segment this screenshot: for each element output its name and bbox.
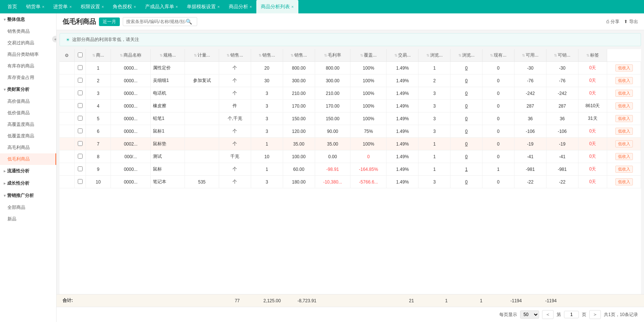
row-views1[interactable]: 0 xyxy=(451,150,483,163)
col-views2[interactable]: ⇅浏览... xyxy=(451,49,483,62)
nav-close-purchase[interactable]: × xyxy=(69,4,71,9)
row-name[interactable]: 吴细细1 xyxy=(151,74,185,87)
col-available[interactable]: ⇅可用... xyxy=(514,49,546,62)
row-select-checkbox[interactable] xyxy=(78,179,83,184)
next-page-button[interactable]: ＞ xyxy=(589,310,601,319)
col-sellable[interactable]: ⇅可销... xyxy=(546,49,578,62)
col-current-stock[interactable]: ⇅现有... xyxy=(483,49,515,62)
sidebar-item-low-margin[interactable]: 低毛利商品 xyxy=(0,153,56,165)
sidebar-group-overall[interactable]: ▾ 整体信息 xyxy=(0,13,56,26)
col-name[interactable]: ⇅商品名称 xyxy=(111,49,151,62)
row-checkbox[interactable] xyxy=(74,138,86,150)
row-views1[interactable]: 1 xyxy=(451,163,483,176)
row-select-checkbox[interactable] xyxy=(78,166,83,171)
nav-permissions[interactable]: 权限设置 × xyxy=(76,0,108,13)
sidebar-item-stock-capital[interactable]: 库存资金占用 xyxy=(0,72,56,83)
nav-close-analysis-list[interactable]: × xyxy=(291,4,294,9)
sidebar-group-marketing[interactable]: ▾ 营销推广分析 xyxy=(0,189,56,202)
row-select-checkbox[interactable] xyxy=(78,90,83,95)
row-checkbox[interactable] xyxy=(74,112,86,125)
col-settings[interactable]: ⚙ xyxy=(60,49,74,62)
search-box[interactable]: 🔍 xyxy=(123,17,197,26)
row-name[interactable]: 测试 xyxy=(151,150,185,163)
col-trade-count[interactable]: ⇅交易... xyxy=(387,49,419,62)
col-sales-qty[interactable]: ⇅销售... xyxy=(219,49,251,62)
sidebar-group-wealth[interactable]: ▾ 类财富分析 xyxy=(0,83,56,96)
sidebar-collapse-btn[interactable]: « xyxy=(52,36,57,42)
col-views1[interactable]: ⇅浏览... xyxy=(419,49,451,62)
nav-goods-analysis[interactable]: 商品分析 × xyxy=(224,0,256,13)
sidebar-item-high-coverage[interactable]: 高覆盖度商品 xyxy=(0,119,56,130)
row-views1[interactable]: 0 xyxy=(451,112,483,125)
nav-close-permissions[interactable]: × xyxy=(102,4,104,9)
row-name[interactable]: 鼠标1 xyxy=(151,125,185,138)
page-number-input[interactable] xyxy=(564,311,579,318)
row-checkbox[interactable] xyxy=(74,163,86,176)
sidebar-item-stocked-goods[interactable]: 有库存的商品 xyxy=(0,60,56,72)
nav-home[interactable]: 首页 xyxy=(3,0,22,13)
sidebar-item-category-rate[interactable]: 商品分类助销率 xyxy=(0,49,56,60)
col-tag[interactable]: ⇅标签 xyxy=(578,49,607,62)
search-icon[interactable]: 🔍 xyxy=(186,19,192,25)
nav-close-template[interactable]: × xyxy=(217,4,220,9)
col-sales-profit[interactable]: ⇅销售... xyxy=(283,49,315,62)
row-select-checkbox[interactable] xyxy=(78,78,83,83)
nav-close-sales[interactable]: × xyxy=(42,4,44,9)
row-select-checkbox[interactable] xyxy=(78,65,83,70)
row-select-checkbox[interactable] xyxy=(78,116,83,121)
col-sales-price[interactable]: ⇅销售... xyxy=(251,49,283,62)
row-name[interactable]: 铅笔1 xyxy=(151,112,185,125)
export-button[interactable]: ⬆ 导出 xyxy=(624,19,638,25)
nav-close-role[interactable]: × xyxy=(134,4,136,9)
sidebar-item-low-coverage[interactable]: 低覆盖度商品 xyxy=(0,130,56,142)
row-views1[interactable]: 0 xyxy=(451,100,483,112)
sidebar-group-growth[interactable]: ▸ 成长性分析 xyxy=(0,177,56,189)
nav-purchase-order[interactable]: 进货单 × xyxy=(49,0,76,13)
col-checkbox[interactable] xyxy=(74,49,86,62)
sidebar-item-traded-goods[interactable]: 交易过的商品 xyxy=(0,37,56,49)
row-checkbox[interactable] xyxy=(74,125,86,138)
sidebar-item-high-value[interactable]: 高价值商品 xyxy=(0,96,56,107)
row-views1[interactable]: 0 xyxy=(451,87,483,100)
row-views1[interactable]: 0 xyxy=(451,62,483,74)
row-checkbox[interactable] xyxy=(74,100,86,112)
row-name[interactable]: 鼠标垫 xyxy=(151,138,185,150)
row-select-checkbox[interactable] xyxy=(78,141,83,146)
col-code[interactable]: ⇅商... xyxy=(86,49,111,62)
sidebar-item-new-goods[interactable]: 新品 xyxy=(0,213,56,225)
row-checkbox[interactable] xyxy=(74,150,86,163)
row-views1[interactable]: 0 xyxy=(451,74,483,87)
per-page-select[interactable]: 50 20 100 xyxy=(520,310,539,319)
row-select-checkbox[interactable] xyxy=(78,154,83,159)
filter-period-button[interactable]: 近一月 xyxy=(99,17,120,26)
nav-sales-order[interactable]: 销货单 × xyxy=(22,0,49,13)
search-input[interactable] xyxy=(126,19,186,24)
col-coverage[interactable]: ⇅覆盖... xyxy=(350,49,387,62)
col-gross-margin[interactable]: ⇅毛利率 xyxy=(315,49,350,62)
row-select-checkbox[interactable] xyxy=(78,103,83,108)
col-unit[interactable]: ⇅计量... xyxy=(185,49,219,62)
sidebar-item-low-value[interactable]: 低价值商品 xyxy=(0,107,56,119)
nav-close-analysis[interactable]: × xyxy=(250,4,252,9)
row-checkbox[interactable] xyxy=(74,74,86,87)
sidebar-group-circulation[interactable]: ▸ 流通性分析 xyxy=(0,165,56,177)
row-name[interactable]: 属性定价 xyxy=(151,62,185,74)
nav-role-auth[interactable]: 角色授权 × xyxy=(108,0,140,13)
row-checkbox[interactable] xyxy=(74,87,86,100)
row-checkbox[interactable] xyxy=(74,176,86,188)
nav-goods-analysis-list[interactable]: 商品分析列表 × xyxy=(256,0,298,13)
nav-product-entry[interactable]: 产成品入库单 × xyxy=(141,0,182,13)
sidebar-item-high-margin[interactable]: 高毛利商品 xyxy=(0,142,56,153)
row-name[interactable]: 电话机 xyxy=(151,87,185,100)
prev-page-button[interactable]: ＜ xyxy=(542,310,554,319)
row-name[interactable]: 鼠标 xyxy=(151,163,185,176)
sidebar-item-all-goods[interactable]: 全部商品 xyxy=(0,202,56,213)
select-all-checkbox[interactable] xyxy=(78,52,83,57)
row-views1[interactable]: 0 xyxy=(451,125,483,138)
nav-close-product[interactable]: × xyxy=(176,4,178,9)
col-spec[interactable]: ⇅规格... xyxy=(151,49,185,62)
row-name[interactable]: 笔记本 xyxy=(151,176,185,188)
sidebar-item-sales-goods[interactable]: 销售类商品 xyxy=(0,26,56,37)
share-button[interactable]: ⎙ 分享 xyxy=(606,19,619,25)
row-select-checkbox[interactable] xyxy=(78,128,83,133)
